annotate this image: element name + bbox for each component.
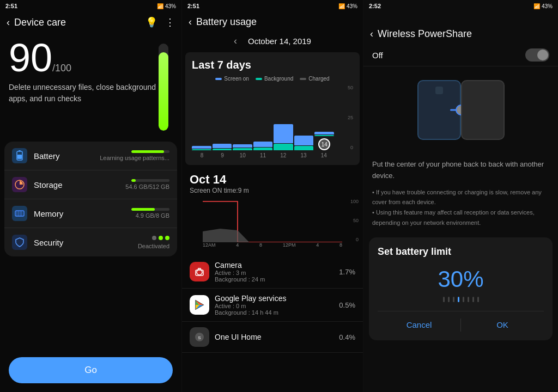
memory-label: Memory [34, 209, 131, 218]
app-item-oneui[interactable]: S One UI Home 0.4% [182, 322, 363, 353]
score-bar-fill [159, 52, 168, 131]
day-detail-section: Oct 14 Screen ON time:9 m [182, 167, 363, 197]
storage-right: 54.6 GB/512 GB [125, 179, 169, 190]
gplay-app-detail1: Active : 0 m [215, 303, 339, 309]
weekly-chart-section: Last 7 days Screen on Background Charged… [185, 52, 360, 165]
bar-blue-10 [233, 144, 252, 148]
app-item-camera[interactable]: Camera Active : 3 m Background : 24 m 1.… [182, 255, 363, 289]
memory-progress-bar [131, 208, 169, 211]
bar-blue-12 [274, 124, 293, 143]
chart-bar-10[interactable] [233, 85, 252, 150]
hourly-time-labels: 12AM 4 8 12PM 4 8 [203, 242, 342, 253]
hourly-svg [203, 199, 342, 242]
top-bar-actions: 💡 ⋮ [145, 16, 175, 28]
score-description: Delete unnecessary files, close backgrou… [9, 82, 159, 105]
legend-dot-blue [215, 78, 222, 80]
svg-rect-1 [19, 150, 21, 151]
bar-blue-13 [294, 136, 314, 145]
tick-3 [453, 297, 454, 302]
chart-title: Last 7 days [192, 59, 353, 71]
security-right: Deactivated [138, 236, 169, 249]
toggle-knob [537, 50, 548, 60]
status-bar-panel3: 2:52 📶 43% [363, 0, 558, 12]
oneui-app-info: One UI Home [215, 333, 339, 341]
back-icon-p2[interactable]: ‹ [189, 16, 192, 28]
storage-progress-bar [131, 179, 169, 182]
gplay-app-pct: 0.5% [339, 301, 355, 309]
chart-bar-11[interactable] [253, 85, 273, 150]
care-items-list: Battery Learning usage patterns... Stora… [4, 142, 177, 256]
gplay-app-detail2: Background : 14 h 44 m [215, 309, 339, 316]
chart-bar-12[interactable] [274, 85, 293, 150]
chart-bar-9[interactable] [213, 85, 232, 150]
back-icon-p3[interactable]: ‹ [370, 28, 373, 40]
date-navigation: ‹ October 14, 2019 [182, 32, 363, 50]
bar-teal-10 [233, 148, 252, 150]
chart-bar-8[interactable] [192, 85, 211, 150]
phone-front [461, 80, 505, 140]
dot-2 [159, 236, 163, 240]
chart-bar-13[interactable] [294, 85, 314, 150]
care-item-storage[interactable]: Storage 54.6 GB/512 GB [4, 170, 177, 199]
phone-illustration [363, 66, 558, 154]
tick-2 [448, 297, 450, 302]
phone-camera [435, 87, 443, 94]
camera-app-name: Camera [215, 261, 339, 270]
bar-teal-9 [213, 149, 232, 150]
camera-app-icon [190, 262, 209, 281]
battery-right: Learning usage patterns... [100, 150, 169, 161]
security-sub: Deactivated [138, 243, 169, 249]
care-item-battery[interactable]: Battery Learning usage patterns... [4, 142, 177, 170]
chart-bar-14[interactable]: 14 [314, 85, 334, 150]
oneui-app-name: One UI Home [215, 333, 339, 341]
tick-4 [458, 297, 459, 302]
instructions-text: Put the center of your phone back to bac… [363, 154, 558, 187]
svg-text:S: S [198, 335, 201, 340]
time-panel1: 2:51 [5, 3, 17, 9]
chart-day-labels: 8 9 10 11 12 13 14 [192, 152, 334, 158]
bar-blue-11 [253, 142, 273, 147]
page-title: Device care [14, 17, 145, 28]
cancel-button[interactable]: Cancel [378, 318, 460, 332]
battery-icon [12, 148, 27, 163]
legend-dot-teal [256, 78, 262, 80]
storage-sub: 54.6 GB/512 GB [125, 183, 169, 190]
memory-right: 4.9 GB/8 GB [131, 208, 169, 219]
bulb-icon[interactable]: 💡 [145, 16, 157, 28]
ok-button[interactable]: OK [461, 318, 544, 332]
dot-3 [165, 236, 169, 240]
battery-usage-panel: 2:51 📶 43% ‹ Battery usage ‹ October 14,… [181, 0, 363, 392]
battery-panel2: 📶 43% [338, 3, 357, 9]
security-label: Security [34, 238, 138, 247]
phone-img-container [407, 77, 515, 143]
gplay-app-info: Google Play services Active : 0 m Backgr… [215, 294, 339, 316]
hourly-grid: 100 50 0 [342, 199, 359, 242]
bar-blue-14 [314, 132, 334, 134]
care-item-memory[interactable]: Memory 4.9 GB/8 GB [4, 199, 177, 228]
toggle-label: Off [372, 51, 383, 60]
toggle-switch[interactable] [525, 48, 549, 62]
score-left: 90/100 Delete unnecessary files, close b… [9, 38, 159, 105]
app-item-gplay[interactable]: Google Play services Active : 0 m Backgr… [182, 289, 363, 322]
battery-panel1: 📶 43% [157, 3, 176, 9]
toggle-row: Off [363, 44, 558, 66]
back-icon[interactable]: ‹ [7, 17, 10, 28]
bar-blue-9 [213, 144, 232, 148]
more-icon[interactable]: ⋮ [165, 16, 175, 28]
prev-date-button[interactable]: ‹ [234, 35, 237, 47]
legend-charged: Charged [300, 76, 329, 82]
tick-7 [472, 297, 474, 302]
time-panel2: 2:51 [187, 3, 199, 9]
legend-screen-on: Screen on [215, 76, 249, 82]
security-dots [152, 236, 169, 240]
bar-teal-14 [314, 135, 334, 136]
battery-limit-card: Set battery limit 30% Cancel OK [369, 237, 553, 340]
go-button[interactable]: Go [9, 357, 173, 383]
care-item-security[interactable]: Security Deactivated [4, 228, 177, 256]
hourly-chart-section: 100 50 0 12AM 4 8 12PM 4 8 [186, 199, 359, 253]
svg-rect-2 [17, 155, 22, 159]
svg-rect-4 [15, 211, 24, 216]
tick-8 [477, 297, 479, 302]
score-display: 90/100 [9, 38, 159, 77]
bar-teal-13 [294, 146, 314, 150]
